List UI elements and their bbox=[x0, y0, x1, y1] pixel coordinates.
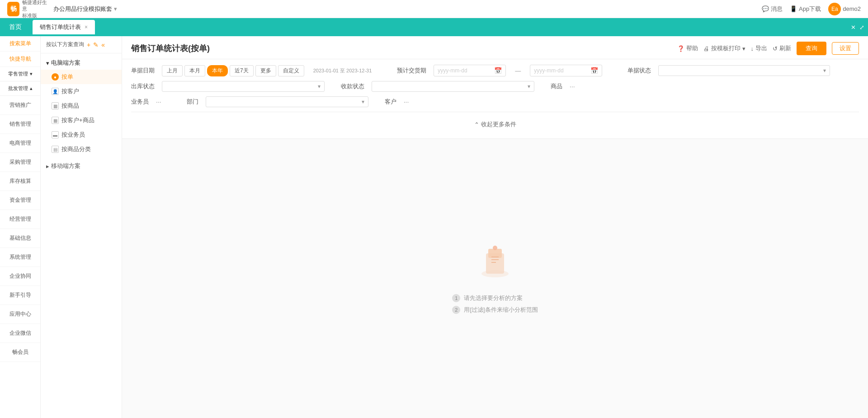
scheme-item-by-customer-goods[interactable]: ▦ 按客户+商品 bbox=[41, 113, 122, 128]
date-btn-last-month[interactable]: 上月 bbox=[162, 65, 183, 76]
chevron-down-icon: ▾ bbox=[823, 67, 826, 74]
scheme-item-by-customer[interactable]: 👤 按客户 bbox=[41, 84, 122, 99]
filter-row-1: 单据日期 上月 本月 本年 近7天 更多 自定义 2023-01-01 至 20… bbox=[131, 65, 859, 76]
date-btn-custom[interactable]: 自定义 bbox=[278, 65, 304, 76]
step-2-num: 2 bbox=[452, 306, 460, 314]
sidebar-item-purchase[interactable]: 采购管理 bbox=[0, 153, 40, 172]
mobile-section-label: 移动端方案 bbox=[51, 162, 80, 170]
date-btn-last7[interactable]: 近7天 bbox=[230, 65, 254, 76]
message-action[interactable]: 💬 消息 bbox=[762, 5, 783, 13]
dept-label: 部门 bbox=[187, 98, 198, 106]
date-btn-this-year[interactable]: 本年 bbox=[207, 65, 228, 76]
date-btn-this-month[interactable]: 本月 bbox=[184, 65, 205, 76]
sidebar-item-operation[interactable]: 经营管理 bbox=[0, 210, 40, 229]
sidebar-item-system[interactable]: 系统管理 bbox=[0, 248, 40, 267]
refresh-icon: ↺ bbox=[773, 45, 778, 52]
sidebar-item-sales[interactable]: 销售管理 bbox=[0, 115, 40, 134]
query-button[interactable]: 查询 bbox=[797, 42, 826, 55]
goods-label: 商品 bbox=[551, 82, 562, 90]
user-action[interactable]: Ea demo2 bbox=[828, 3, 861, 15]
scheme-item-by-category[interactable]: ▤ 按商品分类 bbox=[41, 142, 122, 157]
status-select[interactable]: ▾ bbox=[658, 65, 830, 76]
dropdown-icon[interactable]: ▾ bbox=[114, 5, 117, 12]
collapse-label: 收起更多条件 bbox=[481, 120, 516, 128]
mobile-section-title[interactable]: ▸ 移动端方案 bbox=[41, 159, 122, 173]
date-range-text: 2023-01-01 至 2023-12-31 bbox=[313, 67, 372, 74]
sidebar-item-basic[interactable]: 基础信息 bbox=[0, 229, 40, 248]
by-salesman-label: 按业务员 bbox=[61, 131, 85, 139]
expected-date-to[interactable]: yyyy-mm-dd 📅 bbox=[530, 65, 602, 76]
calendar-icon-2[interactable]: 📅 bbox=[590, 67, 598, 74]
chevron-icon: ▾ bbox=[30, 71, 33, 77]
delivery-dropdown-icon: ▾ bbox=[318, 83, 321, 90]
sidebar-item-member[interactable]: 畅会员 bbox=[0, 343, 40, 362]
salesman-more-icon[interactable]: ··· bbox=[156, 98, 161, 105]
tab-close-icon[interactable]: × bbox=[85, 24, 88, 30]
pc-section-title[interactable]: ▾ 电脑端方案 bbox=[41, 56, 122, 70]
app-title[interactable]: 办公用品行业模拟账套 ▾ bbox=[48, 5, 762, 13]
scheme-item-by-order[interactable]: ● 按单 bbox=[41, 70, 122, 84]
date-dash: — bbox=[513, 67, 523, 74]
sidebar-quick-nav[interactable]: 快捷导航 bbox=[0, 52, 40, 67]
brand: 畅 畅捷通好生意 标准版 bbox=[7, 0, 48, 19]
scheme-item-by-goods[interactable]: ▦ 按商品 bbox=[41, 99, 122, 113]
delivery-select[interactable]: ▾ bbox=[162, 81, 325, 92]
collapse-icon: ⌃ bbox=[474, 121, 479, 128]
page-header: 销售订单统计表(按单) ❓ 帮助 🖨 按模板打印 ▾ ↓ 导出 bbox=[122, 36, 868, 59]
brand-icon: 畅 bbox=[7, 2, 19, 16]
sidebar-item-retail[interactable]: 零售管理 ▾ bbox=[0, 67, 40, 81]
dept-select[interactable]: ▾ bbox=[206, 96, 368, 107]
pc-section-arrow: ▾ bbox=[46, 60, 49, 66]
pc-scheme-section: ▾ 电脑端方案 ● 按单 👤 按客户 ▦ 按商品 ▦ 按客户+商品 bbox=[41, 53, 122, 159]
sidebar-item-wholesale[interactable]: 批发管理 ▴ bbox=[0, 81, 40, 96]
expected-date-from[interactable]: yyyy-mm-dd 📅 bbox=[434, 65, 506, 76]
sidebar-item-ecommerce[interactable]: 电商管理 bbox=[0, 134, 40, 153]
top-bar: 畅 畅捷通好生意 标准版 办公用品行业模拟账套 ▾ 💬 消息 📱 App下载 E… bbox=[0, 0, 868, 18]
goods-more-icon[interactable]: ··· bbox=[570, 83, 575, 90]
customer-more-icon[interactable]: ··· bbox=[404, 98, 409, 105]
by-category-label: 按商品分类 bbox=[61, 145, 91, 153]
collapse-bar: ⌃ 收起更多条件 bbox=[131, 112, 859, 128]
window-close-icon[interactable]: ✕ bbox=[851, 24, 856, 31]
sidebar-item-app-center[interactable]: 应用中心 bbox=[0, 305, 40, 324]
date-btn-more[interactable]: 更多 bbox=[255, 65, 276, 76]
sidebar-item-inventory[interactable]: 库存核算 bbox=[0, 172, 40, 191]
setting-button[interactable]: 设置 bbox=[832, 42, 859, 55]
app-download-action[interactable]: 📱 App下载 bbox=[790, 5, 821, 13]
tab-sales-order[interactable]: 销售订单统计表 × bbox=[33, 20, 95, 34]
template-print-action[interactable]: 🖨 按模板打印 ▾ bbox=[703, 44, 745, 52]
filter-area: 单据日期 上月 本月 本年 近7天 更多 自定义 2023-01-01 至 20… bbox=[122, 59, 868, 139]
main-content: 销售订单统计表(按单) ❓ 帮助 🖨 按模板打印 ▾ ↓ 导出 bbox=[122, 36, 868, 418]
sidebar-item-enterprise[interactable]: 企业协同 bbox=[0, 267, 40, 286]
tab-home[interactable]: 首页 bbox=[0, 18, 31, 36]
sidebar-search[interactable]: 搜索菜单 bbox=[0, 36, 40, 52]
message-label: 消息 bbox=[771, 5, 783, 13]
payment-select[interactable]: ▾ bbox=[372, 81, 534, 92]
calendar-icon-1[interactable]: 📅 bbox=[494, 67, 502, 74]
sidebar-item-newbie[interactable]: 新手引导 bbox=[0, 286, 40, 305]
delivery-label: 出库状态 bbox=[131, 82, 155, 90]
scheme-collapse-icon[interactable]: « bbox=[101, 41, 105, 48]
scheme-edit-icon[interactable]: ✎ bbox=[93, 41, 99, 48]
sidebar-item-marketing[interactable]: 营销推广 bbox=[0, 96, 40, 115]
scheme-item-by-salesman[interactable]: ▬ 按业务员 bbox=[41, 128, 122, 142]
export-icon: ↓ bbox=[751, 45, 754, 52]
sidebar-item-wechat[interactable]: 企业微信 bbox=[0, 324, 40, 343]
sidebar-item-finance[interactable]: 资金管理 bbox=[0, 191, 40, 210]
window-expand-icon[interactable]: ⤢ bbox=[859, 24, 864, 31]
collapse-button[interactable]: ⌃ 收起更多条件 bbox=[474, 120, 516, 128]
scheme-panel-title: 按以下方案查询 bbox=[46, 41, 84, 48]
date-buttons: 上月 本月 本年 近7天 更多 自定义 bbox=[162, 65, 304, 76]
help-action[interactable]: ❓ 帮助 bbox=[677, 44, 698, 52]
by-order-label: 按单 bbox=[61, 73, 73, 81]
date-placeholder-2: yyyy-mm-dd bbox=[534, 67, 589, 74]
page-title: 销售订单统计表(按单) bbox=[131, 43, 210, 54]
dept-dropdown-icon: ▾ bbox=[362, 99, 364, 105]
export-action[interactable]: ↓ 导出 bbox=[751, 44, 768, 52]
message-icon: 💬 bbox=[762, 5, 769, 12]
content-area: 按以下方案查询 + ✎ « ▾ 电脑端方案 ● 按单 👤 按客户 bbox=[41, 36, 868, 418]
refresh-action[interactable]: ↺ 刷新 bbox=[773, 44, 791, 52]
by-goods-label: 按商品 bbox=[61, 102, 79, 110]
scheme-add-icon[interactable]: + bbox=[87, 41, 90, 48]
by-goods-icon: ▦ bbox=[52, 102, 59, 109]
